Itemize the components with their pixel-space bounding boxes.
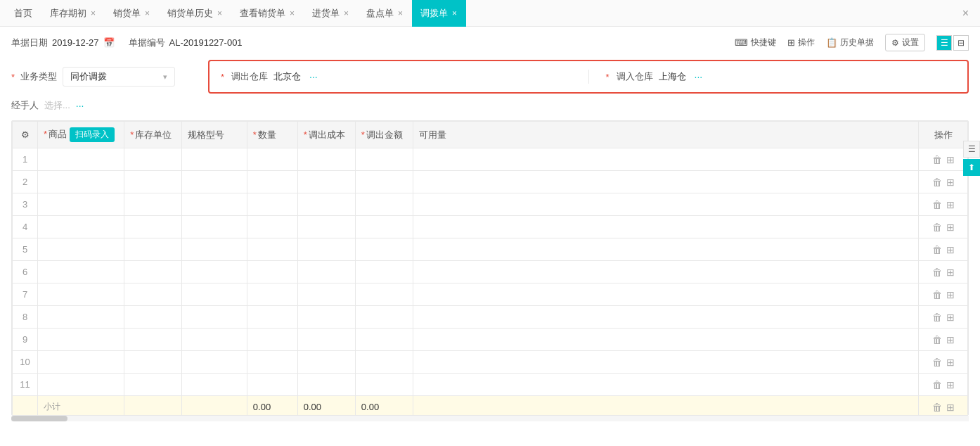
row-qty-1[interactable] — [247, 148, 297, 171]
delete-row-btn[interactable]: 🗑 — [932, 334, 942, 345]
row-qty-9[interactable] — [247, 329, 297, 351]
row-amount-9[interactable] — [355, 329, 413, 351]
business-type-select[interactable]: 同价调拨 ▾ — [63, 67, 175, 87]
horizontal-scrollbar[interactable] — [11, 416, 969, 421]
tab-purchase-order[interactable]: 进货单× — [304, 0, 358, 27]
side-export-btn[interactable]: ⬆ — [963, 159, 980, 176]
person-more-btn[interactable]: ··· — [76, 100, 84, 111]
row-qty-8[interactable] — [247, 306, 297, 329]
window-close-button[interactable]: × — [957, 7, 974, 20]
row-amount-1[interactable] — [355, 148, 413, 171]
tab-close-sales-history[interactable]: × — [217, 8, 222, 18]
row-unit-10[interactable] — [124, 351, 182, 374]
row-cost-1[interactable] — [297, 148, 355, 171]
row-cost-2[interactable] — [297, 171, 355, 193]
transfer-in-more-btn[interactable]: ··· — [692, 71, 706, 82]
copy-row-btn[interactable]: ⊞ — [946, 244, 955, 255]
row-cost-6[interactable] — [297, 261, 355, 283]
tab-close-view-sales[interactable]: × — [290, 8, 295, 18]
delete-row-btn[interactable]: 🗑 — [932, 177, 942, 188]
row-cost-7[interactable] — [297, 283, 355, 306]
row-unit-8[interactable] — [124, 306, 182, 329]
row-product-2[interactable] — [38, 171, 124, 193]
person-value[interactable]: 选择... — [44, 99, 70, 112]
row-qty-5[interactable] — [247, 238, 297, 261]
tab-sales-history[interactable]: 销货单历史× — [159, 0, 231, 27]
row-qty-10[interactable] — [247, 351, 297, 374]
row-amount-4[interactable] — [355, 216, 413, 238]
row-available-10[interactable] — [413, 351, 919, 374]
row-cost-8[interactable] — [297, 306, 355, 329]
row-product-1[interactable] — [38, 148, 124, 171]
row-unit-3[interactable] — [124, 193, 182, 216]
row-cost-3[interactable] — [297, 193, 355, 216]
row-qty-6[interactable] — [247, 261, 297, 283]
delete-row-btn[interactable]: 🗑 — [932, 199, 942, 210]
copy-row-btn[interactable]: ⊞ — [946, 357, 955, 368]
row-qty-7[interactable] — [247, 283, 297, 306]
delete-row-btn[interactable]: 🗑 — [932, 222, 942, 233]
delete-row-btn[interactable]: 🗑 — [932, 244, 942, 255]
row-available-7[interactable] — [413, 283, 919, 306]
tab-home[interactable]: 首页 — [6, 0, 41, 27]
row-qty-2[interactable] — [247, 171, 297, 193]
row-available-2[interactable] — [413, 171, 919, 193]
side-list-btn[interactable]: ☰ — [963, 141, 980, 158]
tab-inventory-init[interactable]: 库存期初× — [41, 0, 105, 27]
row-spec-10[interactable] — [182, 351, 247, 374]
tab-close-inventory-check[interactable]: × — [398, 8, 403, 18]
tab-close-purchase-order[interactable]: × — [344, 8, 349, 18]
row-spec-11[interactable] — [182, 374, 247, 396]
row-cost-11[interactable] — [297, 374, 355, 396]
transfer-out-more-btn[interactable]: ··· — [307, 71, 321, 82]
tab-close-inventory-init[interactable]: × — [91, 8, 96, 18]
row-available-3[interactable] — [413, 193, 919, 216]
row-unit-5[interactable] — [124, 238, 182, 261]
row-spec-5[interactable] — [182, 238, 247, 261]
delete-row-btn[interactable]: 🗑 — [932, 154, 942, 165]
row-amount-2[interactable] — [355, 171, 413, 193]
row-cost-9[interactable] — [297, 329, 355, 351]
tab-transfer-order[interactable]: 调拨单× — [412, 0, 466, 27]
row-qty-3[interactable] — [247, 193, 297, 216]
row-amount-5[interactable] — [355, 238, 413, 261]
row-available-8[interactable] — [413, 306, 919, 329]
row-available-4[interactable] — [413, 216, 919, 238]
row-amount-8[interactable] — [355, 306, 413, 329]
operations-btn[interactable]: ⊞ 操作 — [787, 37, 815, 49]
copy-row-btn[interactable]: ⊞ — [946, 379, 955, 390]
delete-row-btn[interactable]: 🗑 — [932, 312, 942, 323]
row-product-11[interactable] — [38, 374, 124, 396]
row-product-3[interactable] — [38, 193, 124, 216]
subtotal-delete-btn[interactable]: 🗑 — [932, 402, 942, 413]
delete-row-btn[interactable]: 🗑 — [932, 357, 942, 368]
row-amount-10[interactable] — [355, 351, 413, 374]
row-unit-11[interactable] — [124, 374, 182, 396]
row-product-5[interactable] — [38, 238, 124, 261]
tab-sales-order[interactable]: 销货单× — [105, 0, 159, 27]
tab-view-sales[interactable]: 查看销货单× — [231, 0, 304, 27]
delete-row-btn[interactable]: 🗑 — [932, 289, 942, 300]
row-spec-9[interactable] — [182, 329, 247, 351]
row-unit-9[interactable] — [124, 329, 182, 351]
row-qty-11[interactable] — [247, 374, 297, 396]
row-product-7[interactable] — [38, 283, 124, 306]
copy-row-btn[interactable]: ⊞ — [946, 267, 955, 278]
row-amount-6[interactable] — [355, 261, 413, 283]
row-spec-1[interactable] — [182, 148, 247, 171]
row-available-6[interactable] — [413, 261, 919, 283]
row-product-9[interactable] — [38, 329, 124, 351]
row-spec-2[interactable] — [182, 171, 247, 193]
row-cost-4[interactable] — [297, 216, 355, 238]
copy-row-btn[interactable]: ⊞ — [946, 154, 955, 165]
row-available-5[interactable] — [413, 238, 919, 261]
row-product-8[interactable] — [38, 306, 124, 329]
copy-row-btn[interactable]: ⊞ — [946, 177, 955, 188]
table-gear-icon[interactable]: ⚙ — [21, 129, 30, 140]
row-spec-6[interactable] — [182, 261, 247, 283]
delete-row-btn[interactable]: 🗑 — [932, 379, 942, 390]
subtotal-copy-btn[interactable]: ⊞ — [946, 402, 955, 413]
row-product-4[interactable] — [38, 216, 124, 238]
row-cost-5[interactable] — [297, 238, 355, 261]
copy-row-btn[interactable]: ⊞ — [946, 289, 955, 300]
